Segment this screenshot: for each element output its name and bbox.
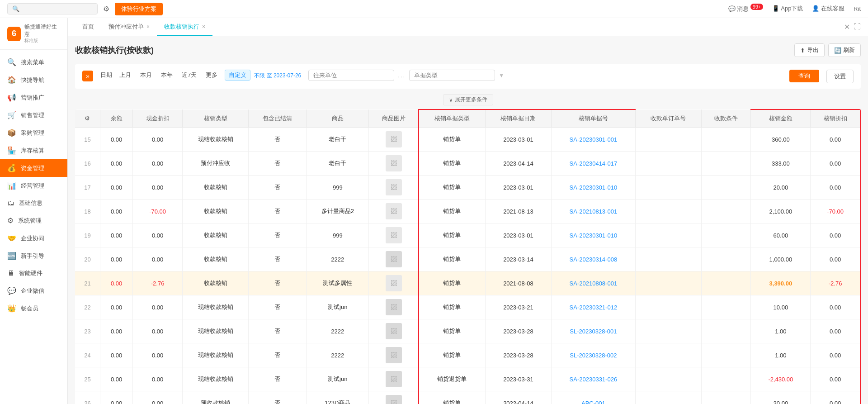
tab-prepay[interactable]: 预付冲应付单× xyxy=(101,18,157,36)
verify-date-cell: 2023-03-28 xyxy=(485,343,551,367)
expand-more-button[interactable]: ∨ 展开更多条件 xyxy=(443,94,493,105)
cash-discount-cell: -2.76 xyxy=(133,271,182,295)
expand-more-row: ∨ 展开更多条件 xyxy=(75,94,861,105)
verify-bill-no-cell[interactable]: SA-20230301-010 xyxy=(552,176,636,200)
tab-receipt-verify[interactable]: 收款核销执行× xyxy=(157,18,212,36)
verify-type-cell: 收款核销 xyxy=(182,200,248,223)
row-num-cell: 18 xyxy=(75,200,100,223)
sidebar-item-operation[interactable]: 📊经营管理 xyxy=(0,177,67,195)
cash-discount-cell: -70.00 xyxy=(133,200,182,223)
verify-date-cell: 2023-03-01 xyxy=(485,128,551,152)
sidebar-item-guide[interactable]: 🆕新手引导 xyxy=(0,247,67,265)
verify-amount-cell: -2,430.00 xyxy=(751,367,811,391)
verify-bill-no-cell[interactable]: SL-20230328-001 xyxy=(552,319,636,343)
included-clear-cell: 否 xyxy=(249,152,307,176)
date-option-本月[interactable]: 本月 xyxy=(137,70,156,80)
sidebar-item-sales[interactable]: 🛒销售管理 xyxy=(0,106,67,124)
top-search[interactable]: 🔍 xyxy=(7,3,98,14)
system-icon: ⚙ xyxy=(7,216,14,225)
goods-img-cell: 🖼 xyxy=(369,176,419,200)
sidebar-item-wechat[interactable]: 💬企业微信 xyxy=(0,282,67,299)
user-label[interactable]: Rit xyxy=(854,5,861,12)
query-button[interactable]: 查询 xyxy=(789,70,819,82)
verify-bill-no-cell[interactable]: ABC-001 xyxy=(552,391,636,404)
message-area[interactable]: 💬 消息 99+ xyxy=(728,4,764,13)
sidebar-item-marketing[interactable]: 📢营销推广 xyxy=(0,89,67,106)
receipt-condition-cell xyxy=(702,295,751,319)
included-clear-cell: 否 xyxy=(249,319,307,343)
included-clear-cell: 否 xyxy=(249,343,307,367)
verify-bill-no-cell[interactable]: SA-20230314-008 xyxy=(552,247,636,271)
date-range-display: 不限 至 2023-07-26 xyxy=(254,72,301,80)
tab-close-receipt-verify[interactable]: × xyxy=(202,24,205,30)
counterpart-input[interactable] xyxy=(308,70,394,81)
verify-bill-no-cell[interactable]: SA-20210808-001 xyxy=(552,271,636,295)
sidebar-item-member[interactable]: 👑畅会员 xyxy=(0,299,67,317)
tab-home[interactable]: 首页 xyxy=(75,18,101,36)
receipt-order-no-cell xyxy=(635,247,701,271)
sidebar-item-label: 搜索菜单 xyxy=(21,58,44,67)
cash-discount-cell: 0.00 xyxy=(133,152,182,176)
goods-img-cell: 🖼 xyxy=(369,367,419,391)
goods-image: 🖼 xyxy=(386,251,402,267)
verify-discount-cell: -2.76 xyxy=(811,271,860,295)
date-option-上月[interactable]: 上月 xyxy=(116,70,135,80)
sidebar-item-system[interactable]: ⚙系统管理 xyxy=(0,212,67,229)
verify-bill-no-cell[interactable]: SA-20230301-010 xyxy=(552,223,636,247)
date-option-近7天[interactable]: 近7天 xyxy=(178,70,200,80)
sidebar-item-quick-nav[interactable]: 🏠快捷导航 xyxy=(0,71,67,89)
app-download[interactable]: 📱 App下载 xyxy=(772,5,803,13)
tab-close-prepay[interactable]: × xyxy=(146,24,150,30)
verify-discount-cell: 0.00 xyxy=(811,128,860,152)
refresh-button[interactable]: 🔄 刷新 xyxy=(828,43,861,57)
solution-button[interactable]: 体验行业方案 xyxy=(115,3,163,15)
cash-discount-cell: 0.00 xyxy=(133,176,182,200)
verify-discount-cell: 0.00 xyxy=(811,391,860,404)
verify-amount-cell: 1.00 xyxy=(751,319,811,343)
verify-bill-no-cell[interactable]: SA-20230321-012 xyxy=(552,295,636,319)
verify-bill-no-cell[interactable]: SL-20230328-002 xyxy=(552,343,636,367)
verify-bill-no-cell[interactable]: SA-20230414-017 xyxy=(552,152,636,176)
goods-image: 🖼 xyxy=(386,227,402,243)
sidebar-item-enterprise[interactable]: 🤝企业协同 xyxy=(0,229,67,247)
settings-icon[interactable]: ⚙ xyxy=(103,5,109,13)
date-option-更多[interactable]: 更多 xyxy=(202,70,221,80)
cash-discount-cell: 0.00 xyxy=(133,247,182,271)
goods-img-cell: 🖼 xyxy=(369,200,419,223)
col-header-verify-bill-type: 核销单据类型 xyxy=(419,109,485,128)
sidebar-item-finance[interactable]: 💰资金管理 xyxy=(0,159,67,177)
verify-bill-no-cell[interactable]: SA-20230301-001 xyxy=(552,128,636,152)
date-option-本年[interactable]: 本年 xyxy=(157,70,176,80)
date-custom-option[interactable]: 自定义 xyxy=(225,70,250,81)
balance-cell: 0.00 xyxy=(100,176,132,200)
sidebar-item-label: 系统管理 xyxy=(18,217,42,225)
export-button[interactable]: ⬆ 导出 xyxy=(794,43,825,57)
verify-date-cell: 2021-08-13 xyxy=(485,200,551,223)
verify-date-cell: 2023-03-28 xyxy=(485,319,551,343)
online-service[interactable]: 👤 在线客服 xyxy=(812,5,844,13)
sidebar-item-smart[interactable]: 🖥智能硬件 xyxy=(0,265,67,282)
close-tab-icon[interactable]: ✕ xyxy=(844,23,850,31)
fullscreen-icon[interactable]: ⛶ xyxy=(854,23,861,31)
verify-bill-type-cell: 销货单 xyxy=(419,223,485,247)
included-clear-cell: 否 xyxy=(249,271,307,295)
verify-date-cell: 2023-03-14 xyxy=(485,247,551,271)
receipt-order-no-cell xyxy=(635,152,701,176)
verify-discount-cell: 0.00 xyxy=(811,367,860,391)
filter-expand-button[interactable]: » xyxy=(82,71,93,81)
goods-img-cell: 🖼 xyxy=(369,319,419,343)
verify-bill-no-cell[interactable]: SA-20230331-026 xyxy=(552,367,636,391)
settings-button[interactable]: 设置 xyxy=(826,70,854,83)
col-header-verify-type: 核销类型 xyxy=(182,109,248,128)
sidebar-item-search[interactable]: 🔍搜索菜单 xyxy=(0,53,67,71)
goods-image: 🖼 xyxy=(386,347,402,363)
goods-cell: 多计量商品2 xyxy=(307,200,369,223)
sales-icon: 🛒 xyxy=(7,111,16,119)
cash-discount-cell: 0.00 xyxy=(133,295,182,319)
sidebar-item-basic[interactable]: 🗂基础信息 xyxy=(0,195,67,212)
sidebar-item-purchase[interactable]: 📦采购管理 xyxy=(0,124,67,142)
sidebar-item-inventory[interactable]: 🏪库存核算 xyxy=(0,142,67,159)
voucher-type-select[interactable] xyxy=(409,70,495,81)
verify-bill-no-cell[interactable]: SA-20210813-001 xyxy=(552,200,636,223)
filter-bar: » 日期 上月本月本年近7天更多 自定义 不限 至 2023-07-26 ...… xyxy=(75,64,861,89)
